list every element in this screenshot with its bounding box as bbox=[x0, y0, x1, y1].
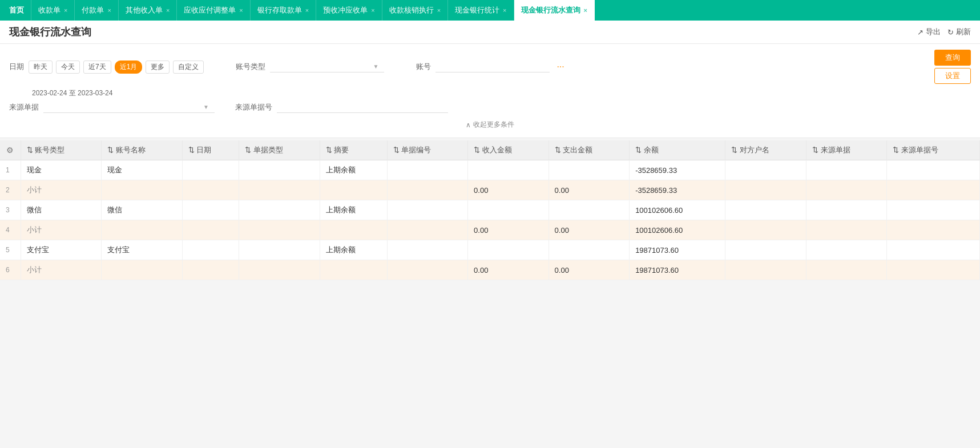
nav-tab-ar-ap-adjust-close[interactable]: × bbox=[239, 7, 243, 14]
th-balance-sort-icon: ⇅ bbox=[635, 146, 642, 154]
nav-tab-verify-exec[interactable]: 收款核销执行 × bbox=[382, 0, 448, 21]
row-source-doc bbox=[806, 200, 887, 220]
refresh-button[interactable]: ↻ 刷新 bbox=[947, 27, 971, 37]
nav-tab-pre-charge[interactable]: 预收冲应收单 × bbox=[316, 0, 382, 21]
table-row[interactable]: 4小计0.000.00100102606.60 bbox=[0, 220, 980, 240]
account-input[interactable] bbox=[435, 61, 550, 72]
row-doc-no bbox=[387, 220, 468, 240]
row-doc-no bbox=[387, 240, 468, 260]
table-row[interactable]: 6小计0.000.0019871073.60 bbox=[0, 260, 980, 280]
th-balance-label: 余额 bbox=[644, 146, 659, 154]
nav-tab-home-label: 首页 bbox=[9, 5, 24, 15]
date-btn-7days[interactable]: 近7天 bbox=[83, 60, 111, 74]
table-row[interactable]: 1现金现金上期余额-3528659.33 bbox=[0, 160, 980, 180]
th-summary[interactable]: ⇅ 摘要 bbox=[320, 140, 387, 160]
date-btn-yesterday[interactable]: 昨天 bbox=[29, 60, 53, 74]
table-body: 1现金现金上期余额-3528659.332小计0.000.00-3528659.… bbox=[0, 160, 980, 280]
nav-tab-cash-bank-stat[interactable]: 现金银行统计 × bbox=[448, 0, 514, 21]
table-row[interactable]: 3微信微信上期余额100102606.60 bbox=[0, 200, 980, 220]
th-doc-type-sort-icon: ⇅ bbox=[245, 146, 251, 154]
filter-area: 日期 昨天 今天 近7天 近1月 更多 自定义 账号类型 现金 微信 支付宝 ▼ bbox=[0, 44, 980, 138]
th-summary-sort-icon: ⇅ bbox=[326, 146, 332, 154]
date-btn-custom[interactable]: 自定义 bbox=[173, 60, 204, 74]
nav-tab-cash-bank-flow[interactable]: 现金银行流水查询 × bbox=[514, 0, 595, 21]
row-income: 0.00 bbox=[468, 260, 549, 280]
th-gear[interactable]: ⚙ bbox=[0, 140, 21, 160]
account-type-select[interactable]: 现金 微信 支付宝 bbox=[270, 61, 373, 72]
source-doc-select-wrapper[interactable]: ▼ bbox=[43, 102, 215, 113]
th-date[interactable]: ⇅ 日期 bbox=[182, 140, 239, 160]
date-filter-label: 日期 bbox=[9, 62, 24, 72]
export-button[interactable]: ↗ 导出 bbox=[917, 27, 941, 37]
row-date bbox=[182, 180, 239, 200]
th-account-name[interactable]: ⇅ 账号名称 bbox=[102, 140, 183, 160]
nav-tab-other-income-close[interactable]: × bbox=[166, 7, 170, 14]
date-btn-today[interactable]: 今天 bbox=[56, 60, 80, 74]
nav-tab-ar-ap-adjust[interactable]: 应收应付调整单 × bbox=[177, 0, 250, 21]
th-income[interactable]: ⇅ 收入金额 bbox=[468, 140, 549, 160]
nav-tab-cash-bank-flow-close[interactable]: × bbox=[584, 7, 587, 14]
row-summary bbox=[320, 260, 387, 280]
row-income bbox=[468, 160, 549, 180]
settings-button[interactable]: 设置 bbox=[934, 68, 971, 84]
nav-tab-verify-exec-close[interactable]: × bbox=[437, 7, 441, 14]
account-dots-button[interactable]: ··· bbox=[554, 62, 566, 72]
nav-tab-bank-deposit-close[interactable]: × bbox=[305, 7, 309, 14]
source-doc-no-label: 来源单据号 bbox=[235, 102, 272, 112]
nav-tab-bank-deposit[interactable]: 银行存取款单 × bbox=[251, 0, 316, 21]
account-type-filter: 账号类型 现金 微信 支付宝 ▼ bbox=[236, 61, 384, 72]
row-account-type: 小计 bbox=[21, 260, 102, 280]
th-doc-type[interactable]: ⇅ 单据类型 bbox=[239, 140, 320, 160]
source-doc-select[interactable] bbox=[43, 102, 203, 112]
row-source-doc bbox=[806, 260, 887, 280]
row-source-doc-no bbox=[887, 180, 980, 200]
row-income: 0.00 bbox=[468, 180, 549, 200]
row-doc-type bbox=[239, 160, 320, 180]
collapse-button[interactable]: ∧ 收起更多条件 bbox=[9, 118, 971, 132]
th-balance[interactable]: ⇅ 余额 bbox=[630, 140, 725, 160]
row-doc-type bbox=[239, 180, 320, 200]
th-counterpart[interactable]: ⇅ 对方户名 bbox=[725, 140, 806, 160]
th-doc-no[interactable]: ⇅ 单据编号 bbox=[387, 140, 468, 160]
th-account-type[interactable]: ⇅ 账号类型 bbox=[21, 140, 102, 160]
row-counterpart bbox=[725, 260, 806, 280]
nav-tab-cash-bank-stat-close[interactable]: × bbox=[503, 7, 506, 14]
row-source-doc bbox=[806, 160, 887, 180]
page-title: 现金银行流水查询 bbox=[9, 25, 91, 39]
th-account-name-sort-icon: ⇅ bbox=[107, 146, 114, 154]
th-expense[interactable]: ⇅ 支出金额 bbox=[549, 140, 630, 160]
table-row[interactable]: 2小计0.000.00-3528659.33 bbox=[0, 180, 980, 200]
query-button[interactable]: 查询 bbox=[934, 50, 971, 66]
th-date-sort-icon: ⇅ bbox=[188, 146, 195, 154]
nav-tab-receipt-close[interactable]: × bbox=[64, 7, 67, 14]
date-btn-1month[interactable]: 近1月 bbox=[115, 60, 143, 74]
th-summary-label: 摘要 bbox=[334, 146, 349, 154]
row-income bbox=[468, 240, 549, 260]
row-summary: 上期余额 bbox=[320, 240, 387, 260]
nav-tab-pre-charge-close[interactable]: × bbox=[371, 7, 374, 14]
nav-tab-home[interactable]: 首页 bbox=[2, 0, 31, 21]
th-account-name-label: 账号名称 bbox=[116, 146, 146, 154]
date-btn-more[interactable]: 更多 bbox=[146, 60, 170, 74]
th-source-doc-no[interactable]: ⇅ 来源单据号 bbox=[887, 140, 980, 160]
filter-row-1: 日期 昨天 今天 近7天 近1月 更多 自定义 账号类型 现金 微信 支付宝 ▼ bbox=[9, 50, 971, 84]
nav-tab-payment[interactable]: 付款单 × bbox=[75, 0, 118, 21]
nav-tab-receipt[interactable]: 收款单 × bbox=[31, 0, 75, 21]
nav-tab-cash-bank-flow-label: 现金银行流水查询 bbox=[521, 5, 580, 15]
row-counterpart bbox=[725, 220, 806, 240]
table-header-row: ⚙ ⇅ 账号类型 ⇅ 账号名称 ⇅ 日期 ⇅ 单据类型 bbox=[0, 140, 980, 160]
nav-tab-payment-close[interactable]: × bbox=[107, 7, 111, 14]
gear-icon[interactable]: ⚙ bbox=[6, 146, 14, 155]
account-type-select-wrapper[interactable]: 现金 微信 支付宝 ▼ bbox=[270, 61, 384, 72]
th-source-doc-sort-icon: ⇅ bbox=[812, 146, 818, 154]
row-balance: -3528659.33 bbox=[630, 160, 725, 180]
th-doc-no-label: 单据编号 bbox=[401, 146, 431, 154]
table-row[interactable]: 5支付宝支付宝上期余额19871073.60 bbox=[0, 240, 980, 260]
source-doc-no-input[interactable] bbox=[277, 102, 448, 113]
nav-tab-other-income[interactable]: 其他收入单 × bbox=[119, 0, 177, 21]
export-icon: ↗ bbox=[917, 28, 923, 37]
row-expense: 0.00 bbox=[549, 180, 630, 200]
th-source-doc[interactable]: ⇅ 来源单据 bbox=[806, 140, 887, 160]
row-date bbox=[182, 260, 239, 280]
row-expense bbox=[549, 200, 630, 220]
